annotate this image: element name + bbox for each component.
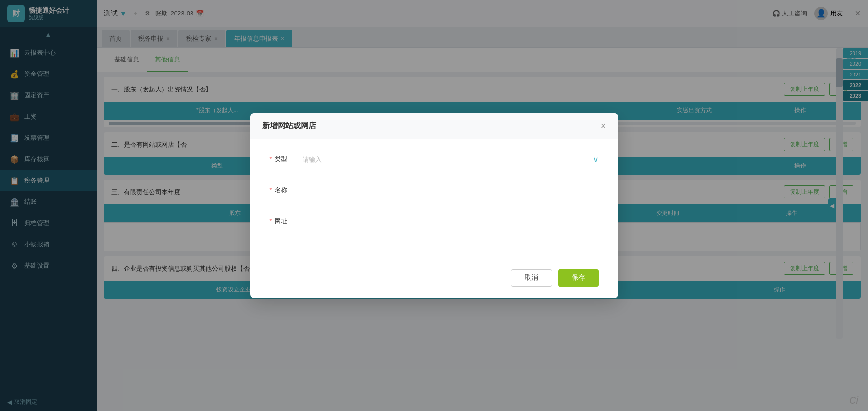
url-input[interactable]: [299, 216, 599, 227]
modal-overlay[interactable]: 新增网站或网店 × * 类型 ∨ * 名称: [0, 0, 868, 411]
name-input[interactable]: [299, 185, 599, 196]
modal-header: 新增网站或网店 ×: [250, 113, 618, 139]
type-dropdown-icon[interactable]: ∨: [593, 155, 599, 164]
form-row-url: * 网址: [270, 216, 599, 233]
modal-body: * 类型 ∨ * 名称 * 网址: [250, 139, 618, 261]
type-input[interactable]: [299, 154, 593, 165]
modal-title: 新增网站或网店: [262, 121, 316, 131]
modal-close-button[interactable]: ×: [601, 121, 606, 131]
save-button[interactable]: 保存: [558, 269, 599, 287]
modal-footer: 取消 保存: [250, 261, 618, 298]
form-row-name: * 名称: [270, 185, 599, 202]
modal-add-website: 新增网站或网店 × * 类型 ∨ * 名称: [250, 113, 618, 298]
cancel-button[interactable]: 取消: [511, 269, 552, 287]
form-row-type: * 类型 ∨: [270, 154, 599, 171]
